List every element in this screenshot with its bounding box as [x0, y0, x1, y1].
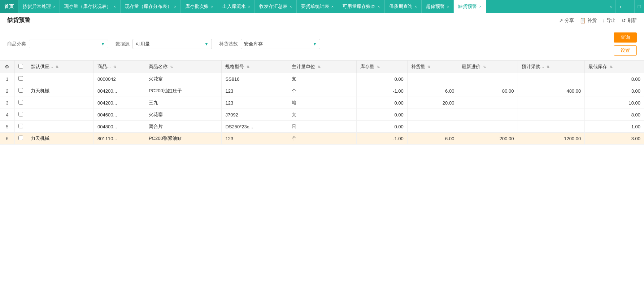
cell-spec-1: SS816	[222, 73, 288, 85]
table-body: 1 0000042 火花塞 SS816 支 0.00 8.00 2 力天机械 0…	[0, 73, 644, 145]
cell-supplier-5	[27, 121, 94, 133]
col-stock-sort-icon: ⇅	[377, 65, 380, 69]
row-checkbox-4[interactable]	[18, 112, 23, 116]
cell-latest-price-3	[458, 97, 518, 109]
tab-order[interactable]: 要货单统计表 ×	[297, 0, 338, 13]
datasource-select[interactable]: 可用量 ▼	[132, 39, 212, 49]
cell-spec-6: 123	[222, 133, 288, 145]
col-min-stock[interactable]: 最低库存 ⇅	[585, 61, 644, 73]
share-button[interactable]: ↗ 分享	[559, 17, 574, 24]
tab-summary[interactable]: 收发存汇总表 ×	[255, 0, 296, 13]
tab-expire-close[interactable]: ×	[415, 4, 417, 9]
tab-pick-close[interactable]: ×	[53, 4, 55, 9]
query-button[interactable]: 查询	[614, 32, 637, 43]
tab-prev-btn[interactable]: ‹	[606, 0, 616, 13]
tab-expire[interactable]: 保质期查询 ×	[385, 0, 422, 13]
cell-replenish-4	[407, 109, 458, 121]
row-checkbox-1[interactable]	[18, 76, 23, 81]
table-row: 5 004800... 离合片 DS250*23c... 只 0.00 1.00	[0, 121, 644, 133]
tab-stock2[interactable]: 现存量（库存分布表） ×	[121, 0, 181, 13]
col-spec[interactable]: 规格型号 ⇅	[222, 61, 288, 73]
row-checkbox-6[interactable]	[18, 136, 23, 140]
tab-batch-close[interactable]: ×	[211, 4, 213, 9]
cell-supplier-2: 力天机械	[27, 85, 94, 97]
cell-stock-1: 0.00	[357, 73, 408, 85]
tab-flow[interactable]: 出入库流水 ×	[218, 0, 255, 13]
tab-expire-label: 保质期查询	[389, 3, 413, 10]
share-label: 分享	[565, 17, 574, 24]
tab-home[interactable]: 首页	[0, 0, 18, 13]
col-product-name[interactable]: 商品名称 ⇅	[145, 61, 222, 73]
cell-est-purchase-6: 1200.00	[518, 133, 585, 145]
cell-unit-1: 支	[288, 73, 357, 85]
data-table: ⚙ 默认供应... ⇅ 商品... ⇅ 商品名称	[0, 60, 644, 145]
tab-available-close[interactable]: ×	[378, 4, 380, 9]
tab-shortage-close[interactable]: ×	[479, 4, 481, 9]
col-product-code-label: 商品...	[97, 64, 111, 69]
col-supplier[interactable]: 默认供应... ⇅	[27, 61, 94, 73]
col-latest-price[interactable]: 最新进价 ⇅	[458, 61, 518, 73]
setting-button[interactable]: 设置	[614, 45, 637, 56]
page-title: 缺货预警	[7, 17, 559, 24]
tab-minimize-btn[interactable]: —	[625, 0, 635, 13]
cell-no-5: 5	[0, 121, 14, 133]
col-min-stock-sort-icon: ⇅	[610, 65, 613, 69]
filter-actions: 查询 设置	[614, 32, 637, 56]
tab-stock1-close[interactable]: ×	[113, 4, 116, 9]
col-unit-label: 主计量单位	[292, 64, 315, 69]
export-label: 导出	[606, 17, 616, 24]
tab-next-btn[interactable]: ›	[616, 0, 625, 13]
cell-no-2: 2	[0, 85, 14, 97]
tab-maximize-btn[interactable]: □	[635, 0, 644, 13]
tab-summary-close[interactable]: ×	[290, 4, 292, 9]
header-actions: ↗ 分享 📋 补货 ↓ 导出 ↺ 刷新	[559, 17, 637, 24]
tab-order-close[interactable]: ×	[331, 4, 334, 9]
cell-supplier-3	[27, 97, 94, 109]
cell-unit-2: 个	[288, 85, 357, 97]
col-unit[interactable]: 主计量单位 ⇅	[288, 61, 357, 73]
col-checkbox-header	[14, 61, 27, 73]
gear-icon[interactable]: ⚙	[5, 64, 9, 70]
cell-latest-price-1	[458, 73, 518, 85]
tab-pick[interactable]: 拣货异常处理 ×	[18, 0, 60, 13]
col-latest-price-sort-icon: ⇅	[483, 65, 486, 69]
table-row: 3 004200... 三九 123 箱 0.00 20.00 10.00	[0, 97, 644, 109]
row-checkbox-3[interactable]	[18, 100, 23, 105]
cell-est-purchase-5	[518, 121, 585, 133]
tab-batch[interactable]: 库存批次账 ×	[181, 0, 218, 13]
table-container: ⚙ 默认供应... ⇅ 商品... ⇅ 商品名称	[0, 60, 644, 145]
tab-nav-group: ‹ › — □	[606, 0, 644, 13]
replenish-button[interactable]: 📋 补货	[580, 17, 597, 24]
col-product-code[interactable]: 商品... ⇅	[94, 61, 145, 73]
cell-est-purchase-3	[518, 97, 585, 109]
col-est-purchase[interactable]: 预计采购... ⇅	[518, 61, 585, 73]
export-button[interactable]: ↓ 导出	[602, 17, 616, 24]
cell-checkbox-3	[14, 97, 27, 109]
tab-overstock-close[interactable]: ×	[447, 4, 449, 9]
tab-summary-label: 收发存汇总表	[259, 3, 287, 10]
cell-product-code-6: 801110...	[94, 133, 145, 145]
cell-product-name-2: PC200油缸庄子	[145, 85, 222, 97]
tab-stock1[interactable]: 现存量（库存状况表） ×	[60, 0, 120, 13]
category-select[interactable]: ▼	[29, 40, 108, 48]
tab-flow-close[interactable]: ×	[248, 4, 250, 9]
col-replenish[interactable]: 补货量 ⇅	[407, 61, 458, 73]
col-stock[interactable]: 库存量 ⇅	[357, 61, 408, 73]
row-checkbox-5[interactable]	[18, 124, 23, 128]
tab-shortage[interactable]: 缺货预警 ×	[454, 0, 486, 13]
cell-spec-2: 123	[222, 85, 288, 97]
select-all-checkbox[interactable]	[18, 64, 23, 69]
tab-available[interactable]: 可用量库存账本 ×	[338, 0, 384, 13]
tab-overstock[interactable]: 超储预警 ×	[422, 0, 454, 13]
tab-available-label: 可用量库存账本	[343, 3, 375, 10]
cell-min-stock-4: 8.00	[585, 109, 644, 121]
replenish-label: 补货	[587, 17, 597, 24]
cell-est-purchase-1	[518, 73, 585, 85]
tab-pick-label: 拣货异常处理	[23, 3, 51, 10]
row-checkbox-2[interactable]	[18, 88, 23, 93]
tab-stock2-close[interactable]: ×	[174, 4, 176, 9]
replenish-base-select[interactable]: 安全库存 ▼	[241, 39, 320, 49]
col-replenish-sort-icon: ⇅	[427, 65, 430, 69]
category-filter-group: 商品分类 ▼	[7, 40, 108, 48]
refresh-button[interactable]: ↺ 刷新	[622, 17, 637, 24]
